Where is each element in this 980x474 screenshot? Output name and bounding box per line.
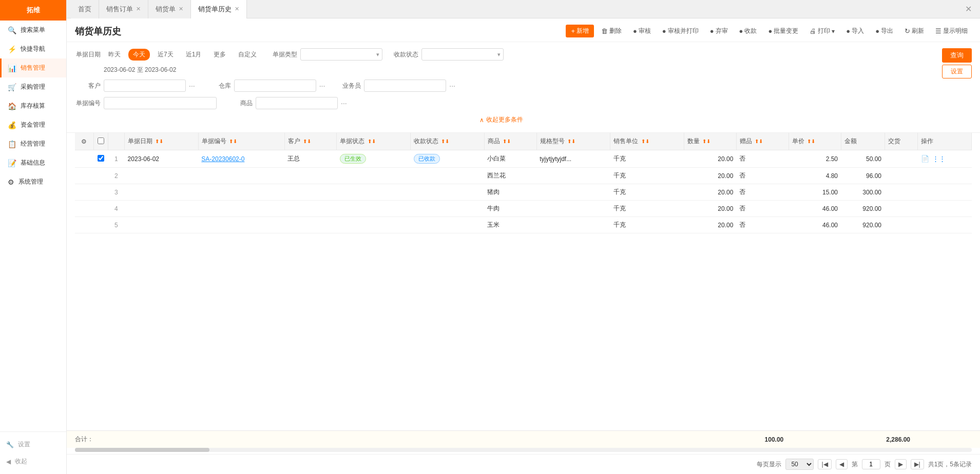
filter-date: 单据日期 昨天 今天 近7天 近1月 更多 自定义 xyxy=(75,49,261,61)
review-button[interactable]: ● 审核 xyxy=(629,25,655,37)
tab-close-sales-goods[interactable]: ✕ xyxy=(179,6,183,12)
row-checkbox[interactable] xyxy=(98,155,104,162)
col-doc-status[interactable]: 单据状态 ⬆⬇ xyxy=(337,133,411,150)
sidebar-item-basic-info[interactable]: 📝 基础信息 xyxy=(0,153,66,172)
sidebar-item-finance[interactable]: 💰 资金管理 xyxy=(0,115,66,134)
first-page-button[interactable]: |◀ xyxy=(818,459,831,469)
export-button[interactable]: ● 导出 xyxy=(871,25,897,37)
goods-dots[interactable]: ··· xyxy=(341,99,347,107)
collect-icon: ● xyxy=(739,27,743,35)
discard-button[interactable]: ● 弃审 xyxy=(706,25,732,37)
row-checkbox-cell xyxy=(93,150,108,168)
sidebar-item-label: 资金管理 xyxy=(21,121,45,129)
warehouse-dots[interactable]: ··· xyxy=(319,82,325,90)
sidebar-item-system[interactable]: ⚙ 系统管理 xyxy=(0,172,66,191)
close-all-tabs[interactable]: ✕ xyxy=(961,4,976,14)
collect-button[interactable]: ● 收款 xyxy=(735,25,761,37)
tab-sales-goods[interactable]: 销货单 ✕ xyxy=(148,0,191,18)
page-unit: 页 xyxy=(885,460,891,469)
import-button[interactable]: ● 导入 xyxy=(842,25,868,37)
print-button[interactable]: 🖨 打印 ▾ xyxy=(805,25,839,37)
page-number-input[interactable] xyxy=(862,459,880,469)
delete-button[interactable]: 🗑 删除 xyxy=(597,25,626,37)
sidebar-item-purchase[interactable]: 🛒 采购管理 xyxy=(0,77,66,96)
payment-status-select[interactable] xyxy=(421,48,504,61)
date-tag-yesterday[interactable]: 昨天 xyxy=(104,49,125,61)
date-tag-1month[interactable]: 近1月 xyxy=(181,49,206,61)
query-button[interactable]: 查询 xyxy=(942,48,972,63)
per-page-select[interactable]: 50 100 200 xyxy=(785,459,814,470)
col-goods[interactable]: 商品 ⬆⬇ xyxy=(484,133,536,150)
col-price[interactable]: 单价 ⬆⬇ xyxy=(789,133,841,150)
staff-input[interactable] xyxy=(364,80,446,92)
table-row: 5 玉米 千克 20.00 否 46.00 920.00 xyxy=(75,217,972,233)
col-gift[interactable]: 赠品 ⬆⬇ xyxy=(736,133,789,150)
sidebar-settings-icon[interactable]: 🔧 设置 xyxy=(0,436,66,453)
date-tag-today[interactable]: 今天 xyxy=(128,49,150,61)
scrollbar-thumb[interactable] xyxy=(75,448,209,452)
new-button[interactable]: + 新增 xyxy=(566,25,594,37)
goods-input[interactable] xyxy=(256,97,338,109)
customer-input[interactable] xyxy=(104,80,186,92)
last-page-button[interactable]: ▶| xyxy=(911,459,924,469)
select-all-checkbox[interactable] xyxy=(98,137,104,144)
tab-close-history[interactable]: ✕ xyxy=(235,6,239,12)
batch-change-button[interactable]: ● 批量变更 xyxy=(764,25,802,37)
sort-date-icon: ⬆⬇ xyxy=(155,139,163,144)
row-qty: 20.00 xyxy=(684,168,737,184)
horizontal-scrollbar[interactable] xyxy=(75,448,972,452)
review-print-button[interactable]: ● 审核并打印 xyxy=(658,25,703,37)
col-unit[interactable]: 销售单位 ⬆⬇ xyxy=(610,133,684,150)
row-qty: 20.00 xyxy=(684,150,737,168)
show-detail-button[interactable]: ☰ 显示明细 xyxy=(931,25,972,37)
col-payment-status[interactable]: 收款状态 ⬆⬇ xyxy=(411,133,485,150)
col-qty[interactable]: 数量 ⬆⬇ xyxy=(684,133,737,150)
warehouse-input[interactable] xyxy=(234,80,316,92)
row-price: 2.50 xyxy=(789,150,841,168)
date-tag-more[interactable]: 更多 xyxy=(209,49,230,61)
doc-type-select[interactable] xyxy=(300,48,382,61)
tab-home[interactable]: 首页 xyxy=(71,0,99,18)
doc-no-link[interactable]: SA-20230602-0 xyxy=(201,155,244,163)
col-amount: 金额 xyxy=(841,133,885,150)
sidebar-collapse-icon[interactable]: ◀ 收起 xyxy=(0,453,66,470)
col-gear[interactable]: ⚙ xyxy=(75,133,93,150)
col-spec[interactable]: 规格型号 ⬆⬇ xyxy=(536,133,610,150)
sidebar-item-label: 搜索菜单 xyxy=(21,26,45,34)
filter-settings-button[interactable]: 设置 xyxy=(942,65,972,78)
col-customer[interactable]: 客户 ⬆⬇ xyxy=(284,133,337,150)
main-area: 首页 销售订单 ✕ 销货单 ✕ 销货单历史 ✕ ✕ 销货单历史 + 新增 xyxy=(67,0,980,474)
col-actions: 操作 xyxy=(918,133,972,150)
row-doc-status xyxy=(337,184,411,201)
collapse-button[interactable]: ∧ 收起更多条件 xyxy=(75,113,928,126)
row-trade xyxy=(885,201,918,217)
doc-no-input[interactable] xyxy=(104,97,217,109)
refresh-button[interactable]: ↻ 刷新 xyxy=(900,25,928,37)
batch-icon: ● xyxy=(768,27,772,35)
prev-page-button[interactable]: ◀ xyxy=(836,459,848,469)
view-icon[interactable]: 📄 xyxy=(921,155,929,163)
sidebar-item-sales[interactable]: 📊 销售管理 xyxy=(0,58,66,77)
sidebar-item-operations[interactable]: 📋 经营管理 xyxy=(0,134,66,153)
col-date[interactable]: 单据日期 ⬆⬇ xyxy=(125,133,199,150)
staff-dots[interactable]: ··· xyxy=(449,82,455,90)
more-icon[interactable]: ⋮⋮ xyxy=(932,155,946,163)
sidebar-item-quick-nav[interactable]: ⚡ 快捷导航 xyxy=(0,40,66,58)
date-tag-7days[interactable]: 近7天 xyxy=(153,49,178,61)
next-page-button[interactable]: ▶ xyxy=(895,459,907,469)
tab-close-sales-order[interactable]: ✕ xyxy=(136,6,141,12)
footer-total-qty: 100.00 xyxy=(765,436,784,443)
row-checkbox-cell xyxy=(93,201,108,217)
sidebar-item-search-menu[interactable]: 🔍 搜索菜单 xyxy=(0,21,66,40)
tab-sales-history[interactable]: 销货单历史 ✕ xyxy=(191,0,247,18)
col-trade: 交货 xyxy=(885,133,918,150)
row-gear xyxy=(75,168,93,184)
sidebar-item-inventory[interactable]: 🏠 库存核算 xyxy=(0,96,66,115)
customer-dots[interactable]: ··· xyxy=(189,82,195,90)
table-row: 2 西兰花 千克 20.00 否 4.80 96.00 xyxy=(75,168,972,184)
row-payment-status xyxy=(411,201,485,217)
tab-sales-order[interactable]: 销售订单 ✕ xyxy=(99,0,148,18)
filter-actions: 查询 设置 xyxy=(942,48,972,78)
date-tag-custom[interactable]: 自定义 xyxy=(234,49,261,61)
col-doc-no[interactable]: 单据编号 ⬆⬇ xyxy=(198,133,284,150)
